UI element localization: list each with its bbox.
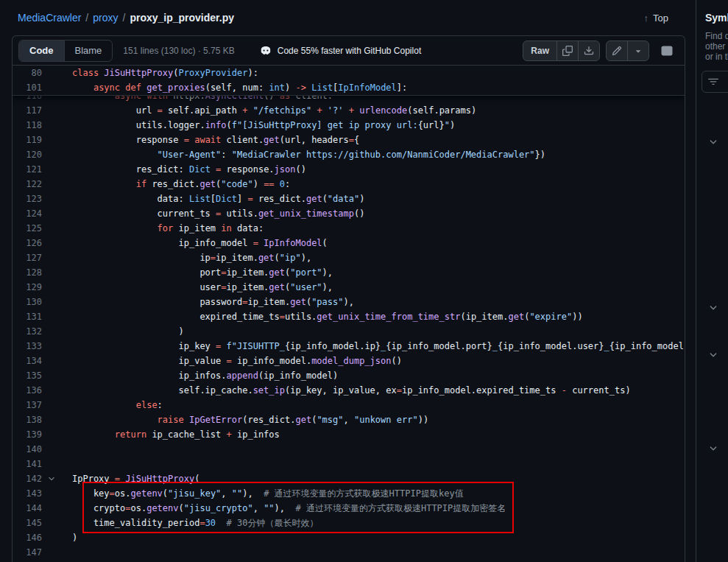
line-number[interactable]: 133 (13, 339, 42, 354)
line-number[interactable]: 129 (13, 280, 42, 295)
code-line: 129 user=ip_item.get("user"), (13, 280, 685, 295)
code-token (275, 179, 280, 189)
code-token: }) (535, 150, 545, 160)
code-token: time_validity_period (72, 518, 199, 528)
line-number[interactable]: 119 (13, 133, 42, 147)
code-token: utils. (221, 208, 258, 219)
line-number[interactable]: 137 (13, 398, 42, 412)
sidebar-icon (661, 45, 673, 57)
code-token: "jisu_key" (168, 488, 221, 499)
code-line: 137 else: (13, 398, 685, 412)
code-line: 118 utils.logger.info(f"[JiSuHttpProxy] … (13, 118, 685, 133)
symbol-group-chevron[interactable] (708, 443, 720, 455)
pencil-icon (612, 46, 622, 56)
code-token: return (115, 429, 146, 440)
line-number[interactable]: 128 (13, 265, 42, 280)
line-number[interactable]: 127 (13, 250, 42, 265)
edit-dropdown-button[interactable] (628, 41, 649, 60)
code-text: "User-Agent": "MediaCrawler https://gith… (60, 147, 685, 162)
line-number[interactable]: 140 (13, 442, 42, 457)
line-number[interactable]: 147 (13, 545, 42, 560)
gutter-spacer (42, 427, 60, 442)
line-number[interactable]: 139 (13, 427, 42, 442)
code-line: 122 if res_dict.get("code") == 0: (13, 177, 685, 192)
scroll-to-top-button[interactable]: ↑ Top (638, 10, 674, 27)
line-number[interactable]: 144 (13, 501, 42, 516)
code-token: get (306, 194, 322, 204)
symbols-filter-input[interactable] (702, 71, 728, 93)
line-number[interactable]: 124 (13, 206, 42, 221)
line-number[interactable]: 101 (13, 80, 42, 95)
code-token: "ip" (280, 253, 301, 263)
line-number[interactable]: 125 (13, 221, 42, 236)
raw-button[interactable]: Raw (523, 41, 557, 60)
code-token: Dict (216, 194, 237, 204)
copy-button[interactable] (557, 41, 579, 60)
line-number[interactable]: 145 (13, 516, 42, 530)
copilot-icon (260, 45, 272, 57)
line-number[interactable]: 142 (13, 471, 42, 486)
symbol-group-chevron[interactable] (708, 137, 720, 149)
line-number[interactable]: 143 (13, 486, 42, 501)
line-number[interactable]: 136 (13, 383, 42, 398)
breadcrumb-folder-link[interactable]: proxy (93, 12, 118, 24)
line-number[interactable]: 118 (13, 118, 42, 133)
download-button[interactable] (579, 41, 599, 60)
code-token: "code" (221, 179, 252, 189)
symbol-group-chevron[interactable] (708, 350, 720, 362)
code-line: 144 crypto=os.getenv("jisu_crypto", ""),… (13, 501, 685, 516)
code-line: 136 self.ip_cache.set_ip(ip_key, ip_valu… (13, 383, 685, 398)
gutter-spacer (42, 368, 60, 383)
tab-code[interactable]: Code (19, 41, 65, 61)
line-number[interactable]: 131 (13, 309, 42, 324)
code-token: {ip_info_model.ip} (285, 341, 381, 351)
gutter-spacer (42, 324, 60, 339)
line-number[interactable]: 132 (13, 324, 42, 339)
copilot-banner[interactable]: Code 55% faster with GitHub Copilot (260, 45, 421, 57)
code-line: 138 raise IpGetError(res_dict.get("msg",… (13, 412, 685, 427)
line-number[interactable]: 130 (13, 295, 42, 309)
line-number[interactable]: 121 (13, 162, 42, 177)
code-text: raise IpGetError(res_dict.get("msg", "un… (60, 412, 685, 427)
line-number[interactable]: 117 (13, 103, 42, 118)
code-token: IpProxy (72, 474, 115, 484)
gutter-spacer (42, 192, 60, 206)
gutter-spacer (42, 295, 60, 309)
line-number[interactable]: 134 (13, 354, 42, 368)
tab-blame[interactable]: Blame (65, 41, 113, 61)
line-number[interactable]: 122 (13, 177, 42, 192)
line-number[interactable]: 146 (13, 530, 42, 545)
gutter-spacer (42, 66, 60, 80)
code-token: port (72, 267, 221, 278)
code-token: ip_cache_list (146, 429, 226, 440)
code-token: = (184, 135, 189, 145)
code-token (221, 341, 226, 351)
code-token: else (136, 400, 158, 410)
line-number[interactable]: 141 (13, 457, 42, 471)
code-token: async (93, 82, 120, 93)
edit-button[interactable] (607, 41, 628, 60)
code-token: ip_infos. (72, 370, 227, 381)
line-number[interactable]: 80 (13, 66, 42, 80)
breadcrumb-repo-link[interactable]: MediaCrawler (18, 12, 81, 24)
code-token: (ip_info_model) (258, 370, 338, 381)
line-number[interactable]: 135 (13, 368, 42, 383)
gutter-spacer (42, 280, 60, 295)
symbol-group-chevron[interactable] (708, 303, 720, 315)
gutter-spacer (42, 530, 60, 545)
line-number[interactable]: 138 (13, 412, 42, 427)
code-token: (self, num: (205, 82, 269, 93)
line-number[interactable]: 126 (13, 236, 42, 250)
code-token: ), (322, 267, 333, 278)
top-label: Top (653, 13, 668, 24)
code-line: 135 ip_infos.append(ip_info_model) (13, 368, 685, 383)
line-number[interactable]: 120 (13, 147, 42, 162)
line-number[interactable]: 123 (13, 192, 42, 206)
code-token: current_ts) (567, 385, 631, 396)
code-token: ) (72, 326, 184, 337)
fold-toggle-icon[interactable] (42, 471, 60, 486)
code-line: 142IpProxy = JiSuHttpProxy( (13, 471, 685, 486)
code-text (60, 545, 685, 560)
symbols-panel-toggle[interactable] (655, 42, 679, 60)
sticky-code-line: 80class JiSuHttpProxy(ProxyProvider): (13, 66, 685, 80)
